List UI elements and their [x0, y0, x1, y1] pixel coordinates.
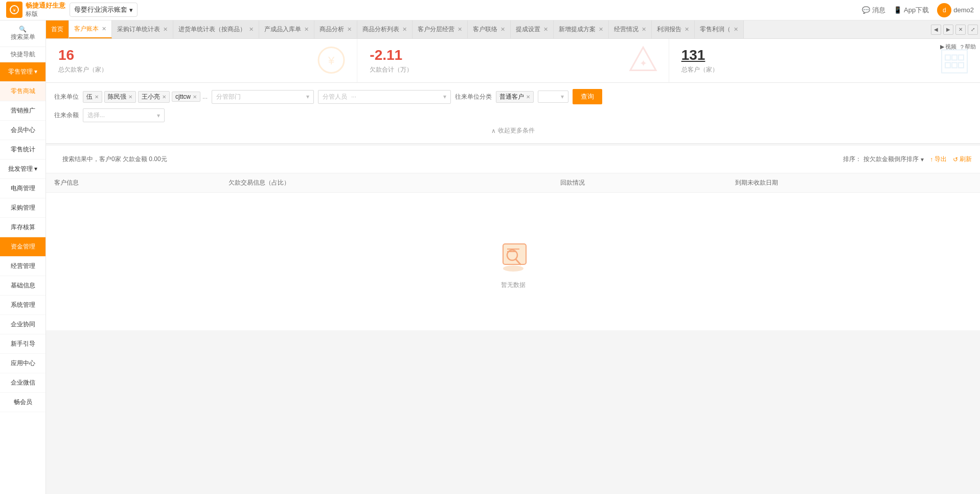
- stat-customers-info: 16 总欠款客户（家）: [58, 47, 107, 74]
- tab-close-icon[interactable]: ✕: [642, 26, 646, 33]
- content-area: 首页 客户账本 ✕ 采购订单统计表 ✕ 进货单统计表（按商品） ✕ 产成品入库单…: [46, 20, 980, 494]
- tab-close-icon[interactable]: ✕: [599, 26, 603, 33]
- tab-close-icon[interactable]: ✕: [543, 26, 548, 33]
- sort-select[interactable]: 排序： 按欠款金额倒序排序 ▾: [843, 155, 924, 164]
- tab-close-icon[interactable]: ✕: [347, 26, 352, 33]
- sidebar-item-vip-member[interactable]: 畅会员: [0, 393, 45, 412]
- collapse-filters-btn[interactable]: ∧ 收起更多条件: [491, 126, 535, 135]
- remove-tag-chen[interactable]: ✕: [128, 94, 132, 100]
- stat-all-customers-info: 131 总客户（家）: [681, 47, 718, 74]
- tab-next-btn[interactable]: ▶: [943, 25, 953, 35]
- tab-close-icon[interactable]: ✕: [402, 26, 407, 33]
- result-info: 搜索结果中，客户0家 欠款金额 0.00元: [54, 151, 175, 168]
- sidebar-item-enterprise-coop[interactable]: 企业协同: [0, 315, 45, 334]
- sidebar-item-enterprise-wechat[interactable]: 企业微信: [0, 373, 45, 393]
- tab-close-icon[interactable]: ✕: [102, 26, 106, 32]
- tab-operation-status[interactable]: 经营情况 ✕: [609, 20, 652, 38]
- sidebar-item-operation-mgmt[interactable]: 经营管理: [0, 257, 45, 276]
- stat-debt-info: -2.11 欠款合计（万）: [370, 47, 413, 74]
- sidebar-item-wholesale-mgmt[interactable]: 批发管理 ▾: [0, 160, 45, 179]
- sidebar-item-basic-info[interactable]: 基础信息: [0, 276, 45, 296]
- tab-promotion-settings[interactable]: 提成设置 ✕: [511, 20, 554, 38]
- remove-tag-cjttcw[interactable]: ✕: [193, 94, 197, 100]
- tab-retail-profit[interactable]: 零售利润（ ✕: [695, 20, 744, 38]
- tab-production-inbound[interactable]: 产成品入库单 ✕: [259, 20, 314, 38]
- table-toolbar: 搜索结果中，客户0家 欠款金额 0.00元 排序： 按欠款金额倒序排序 ▾ ↑ …: [46, 146, 980, 173]
- remove-tag-wang[interactable]: ✕: [162, 94, 166, 100]
- tab-new-scheme[interactable]: 新增提成方案 ✕: [554, 20, 609, 38]
- refresh-icon: ↺: [953, 156, 958, 163]
- tab-close-icon[interactable]: ✕: [734, 26, 738, 33]
- sidebar-item-purchase-mgmt[interactable]: 采购管理: [0, 198, 45, 218]
- chevron-down-icon: ▾: [561, 93, 564, 100]
- tab-close-icon[interactable]: ✕: [500, 26, 505, 33]
- tab-customer-tier[interactable]: 客户分层经营 ✕: [413, 20, 468, 38]
- tab-product-analysis-list[interactable]: 商品分析列表 ✕: [357, 20, 413, 38]
- sidebar-item-app-center[interactable]: 应用中心: [0, 354, 45, 373]
- filter-more-person-icon: ···: [351, 93, 356, 100]
- stat-debt-value: -2.11: [370, 47, 413, 63]
- unit-filter-label: 往来单位: [54, 93, 79, 101]
- sidebar-item-ecommerce-mgmt[interactable]: 电商管理: [0, 179, 45, 198]
- user-profile[interactable]: d demo2: [937, 3, 974, 17]
- tab-customer-accounts[interactable]: 客户账本 ✕: [69, 20, 112, 38]
- svg-text:¥: ¥: [12, 8, 16, 13]
- svg-rect-7: [945, 55, 950, 60]
- sidebar-item-retail-mgmt[interactable]: 零售管理 ▾: [0, 62, 45, 82]
- tab-close-all-btn[interactable]: ✕: [955, 25, 966, 35]
- person-filter[interactable]: 分管人员 ··· ▾: [318, 90, 451, 104]
- quick-nav-btn[interactable]: 快捷导航: [0, 47, 45, 62]
- empty-icon: [493, 234, 534, 275]
- tab-close-icon[interactable]: ✕: [458, 26, 462, 33]
- chevron-up-icon: ∧: [491, 127, 496, 134]
- export-btn[interactable]: ↑ 导出: [930, 155, 947, 164]
- tab-close-icon[interactable]: ✕: [249, 26, 254, 33]
- tab-prev-btn[interactable]: ◀: [931, 25, 941, 35]
- remove-tag-wu[interactable]: ✕: [95, 94, 99, 100]
- store-selector[interactable]: 母婴行业演示账套 ▾: [70, 3, 138, 17]
- filter-tag-chen: 陈民强 ✕: [104, 91, 136, 103]
- tab-inbound-stats[interactable]: 进货单统计表（按商品） ✕: [173, 20, 259, 38]
- message-icon: 💬: [862, 6, 870, 14]
- tab-purchase-order-stats[interactable]: 采购订单统计表 ✕: [112, 20, 173, 38]
- tab-product-analysis[interactable]: 商品分析 ✕: [314, 20, 357, 38]
- filter-tag-cjttcw: cjttcw ✕: [172, 92, 200, 102]
- tab-home[interactable]: 首页: [46, 20, 69, 38]
- remove-customer-type[interactable]: ✕: [526, 94, 530, 100]
- sidebar-item-marketing[interactable]: 营销推广: [0, 101, 45, 121]
- filter-tag-wang: 王小亮 ✕: [138, 91, 170, 103]
- tab-close-icon[interactable]: ✕: [163, 26, 168, 33]
- empty-label: 暂无数据: [501, 281, 526, 289]
- filter-more-btn[interactable]: ...: [202, 93, 208, 100]
- chevron-down-icon: ▾: [34, 165, 37, 172]
- unit-type-dropdown[interactable]: ▾: [538, 91, 568, 103]
- sidebar-item-new-guide[interactable]: 新手引导: [0, 334, 45, 354]
- query-button[interactable]: 查询: [573, 89, 602, 104]
- filter-tag-wu: 伍 ✕: [83, 91, 102, 103]
- sidebar-item-inventory-check[interactable]: 库存核算: [0, 218, 45, 237]
- tab-profit-report[interactable]: 利润报告 ✕: [652, 20, 695, 38]
- sidebar-search-btn[interactable]: 🔍 搜索菜单: [0, 20, 45, 47]
- app-download-btn[interactable]: 📱 App下载: [894, 6, 929, 15]
- tab-expand-btn[interactable]: ⤢: [968, 25, 978, 35]
- table-area: 搜索结果中，客户0家 欠款金额 0.00元 排序： 按欠款金额倒序排序 ▾ ↑ …: [46, 146, 980, 331]
- sidebar-item-retail-stats[interactable]: 零售统计: [0, 140, 45, 160]
- sidebar-item-system-mgmt[interactable]: 系统管理: [0, 296, 45, 315]
- message-btn[interactable]: 💬 消息: [862, 6, 885, 15]
- balance-filter[interactable]: 选择... ▾: [83, 108, 165, 122]
- stats-row: ¥ 16 总欠款客户（家） ✦ -2.11 欠款合计（万）: [46, 39, 980, 83]
- logo-text: 畅捷通好生意 标版: [26, 2, 65, 18]
- sidebar-item-member-center[interactable]: 会员中心: [0, 121, 45, 140]
- refresh-btn[interactable]: ↺ 刷新: [953, 155, 972, 164]
- svg-rect-14: [503, 244, 526, 264]
- sidebar-item-capital-mgmt[interactable]: 资金管理: [0, 237, 45, 257]
- tab-customer-connect[interactable]: 客户联络 ✕: [468, 20, 511, 38]
- tab-close-icon[interactable]: ✕: [304, 26, 309, 33]
- dept-filter[interactable]: 分管部门 ▾: [212, 90, 314, 104]
- stat-all-customers-value: 131: [681, 47, 718, 63]
- tab-close-icon[interactable]: ✕: [685, 26, 689, 33]
- top-bar: ¥ 畅捷通好生意 标版 母婴行业演示账套 ▾ 💬 消息 📱 App下载 d de…: [0, 0, 980, 20]
- filter-tags-container: 伍 ✕ 陈民强 ✕ 王小亮 ✕ cjttcw ✕: [83, 91, 208, 103]
- sidebar-item-retail-mall[interactable]: 零售商城: [0, 82, 45, 101]
- chevron-down-icon: ▾: [34, 68, 37, 75]
